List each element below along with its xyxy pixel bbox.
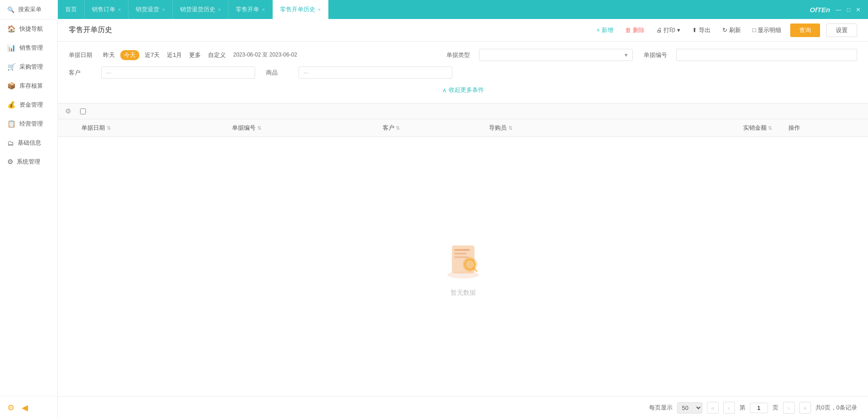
window-maximize-icon[interactable]: □	[847, 6, 850, 13]
date-opt-more[interactable]: 更多	[187, 50, 203, 60]
query-button[interactable]: 查询	[790, 24, 820, 37]
page-header: 零售开单历史 + 新增 🗑 删除 🖨 打印 ▾ ⬆ 导出 ↻ 刷新	[58, 19, 868, 42]
prev-page-button[interactable]: ‹	[723, 402, 735, 414]
page-suffix-label: 页	[773, 404, 778, 412]
sidebar-search[interactable]: 🔍 搜索采单	[0, 0, 57, 19]
tab-retail-open-label: 零售开单	[236, 5, 259, 14]
tab-sales-return-label: 销货退货	[136, 5, 159, 14]
tab-sales-return-history-label: 销货退货历史	[180, 5, 215, 14]
col-action: 操作	[783, 119, 868, 137]
tab-sales-return[interactable]: 销货退货 ×	[128, 0, 172, 19]
tab-sales-return-history-close[interactable]: ×	[218, 7, 221, 12]
date-opt-yesterday[interactable]: 昨天	[101, 50, 117, 60]
sidebar-item-finance[interactable]: 💰 资金管理	[0, 95, 57, 114]
tab-retail-open-close[interactable]: ×	[262, 7, 265, 12]
sidebar-item-inventory[interactable]: 📦 库存核算	[0, 76, 57, 95]
tab-sales-return-close[interactable]: ×	[162, 7, 165, 12]
bill-type-select[interactable]: ▾	[479, 49, 633, 61]
sidebar-label-finance: 资金管理	[19, 101, 43, 109]
sidebar-label-sales-mgmt: 销售管理	[19, 44, 43, 52]
date-opt-custom[interactable]: 自定义	[206, 50, 228, 60]
delete-label: 🗑 删除	[625, 26, 645, 34]
goods-select[interactable]: ···	[299, 66, 452, 79]
new-button[interactable]: + 新增	[594, 24, 616, 36]
svg-rect-3	[454, 253, 467, 254]
svg-rect-2	[454, 249, 470, 251]
sidebar-item-operations[interactable]: 📋 经营管理	[0, 114, 57, 133]
customer-select[interactable]: ···	[101, 66, 255, 79]
new-label: + 新增	[597, 26, 613, 34]
pagination: 每页显示 50 10 20 100 « ‹ 第 页 › » 共0页，0条记录	[58, 396, 868, 419]
tab-sales-return-history[interactable]: 销货退货历史 ×	[173, 0, 228, 19]
bill-no-label: 单据编号	[644, 51, 676, 59]
tab-retail-history[interactable]: 零售开单历史 ×	[273, 0, 328, 19]
print-dropdown-icon[interactable]: ▾	[677, 27, 680, 33]
sidebar: 🔍 搜索采单 🏠 快捷导航 📊 销售管理 🛒 采购管理 📦 库存核算 💰 资金管…	[0, 0, 58, 419]
collapse-sidebar-icon[interactable]: ◀	[22, 403, 28, 413]
bill-type-dropdown-icon: ▾	[625, 52, 628, 58]
refresh-button[interactable]: ↻ 刷新	[720, 24, 744, 36]
date-opt-1month[interactable]: 近1月	[165, 50, 184, 60]
tab-sales-order[interactable]: 销售订单 ×	[85, 0, 128, 19]
sidebar-item-sales-mgmt[interactable]: 📊 销售管理	[0, 38, 57, 57]
settings-bottom-icon[interactable]: ⚙	[7, 403, 14, 413]
tab-retail-open[interactable]: 零售开单 ×	[228, 0, 272, 19]
display-detail-button[interactable]: □ 显示明细	[750, 24, 784, 36]
home-icon: 🏠	[7, 25, 16, 33]
purchase-icon: 🛒	[7, 63, 16, 71]
per-page-select[interactable]: 50 10 20 100	[677, 402, 702, 414]
last-page-button[interactable]: »	[799, 402, 811, 414]
data-table: 单据日期 ⇅ 单据编号 ⇅ 客户 ⇅ 导购员	[58, 119, 868, 137]
page-number-input[interactable]	[750, 403, 768, 413]
tab-sales-order-close[interactable]: ×	[118, 7, 121, 12]
delete-button[interactable]: 🗑 删除	[622, 24, 647, 36]
col-salesperson[interactable]: 导购员 ⇅	[484, 119, 612, 137]
col-date-sort: ⇅	[107, 125, 111, 131]
first-page-button[interactable]: «	[707, 402, 719, 414]
table-wrapper: ⚙ 单据日期 ⇅ 单据编号 ⇅	[58, 104, 868, 396]
filter-area: 单据日期 昨天 今天 近7天 近1月 更多 自定义 2023-06-02 至 2…	[58, 42, 868, 104]
select-all-checkbox[interactable]	[80, 108, 86, 114]
sidebar-label-purchase-mgmt: 采购管理	[19, 63, 43, 71]
window-close-button[interactable]: ✕	[856, 6, 861, 13]
col-customer-label: 客户	[383, 124, 394, 131]
table-toolbar: ⚙	[58, 104, 868, 119]
bill-type-label: 单据类型	[446, 51, 479, 59]
page-title: 零售开单历史	[69, 25, 112, 35]
tab-home[interactable]: 首页	[58, 0, 85, 19]
basic-info-icon: 🗂	[7, 139, 14, 147]
sidebar-item-sys-mgmt[interactable]: ⚙ 系统管理	[0, 152, 57, 171]
col-no[interactable]: 单据编号 ⇅	[227, 119, 377, 137]
col-customer[interactable]: 客户 ⇅	[377, 119, 484, 137]
tab-retail-history-label: 零售开单历史	[280, 5, 315, 14]
main-area: 首页 销售订单 × 销货退货 × 销货退货历史 × 零售开单 × 零售开单历史 …	[58, 0, 868, 419]
brand-label: OfTEn	[810, 6, 830, 14]
table-settings-icon[interactable]: ⚙	[65, 107, 71, 115]
date-opt-today[interactable]: 今天	[120, 50, 139, 60]
sidebar-item-quick-nav[interactable]: 🏠 快捷导航	[0, 19, 57, 38]
collapse-more-button[interactable]: ∧ 收起更多条件	[442, 84, 484, 96]
inventory-icon: 📦	[7, 82, 16, 90]
window-close-icon[interactable]: —	[835, 6, 841, 13]
sidebar-item-purchase-mgmt[interactable]: 🛒 采购管理	[0, 57, 57, 76]
date-opt-7days[interactable]: 近7天	[143, 50, 161, 60]
sidebar-label-quick-nav: 快捷导航	[19, 25, 43, 33]
tab-retail-history-close[interactable]: ×	[318, 7, 321, 12]
sidebar-item-basic-info[interactable]: 🗂 基础信息	[0, 133, 57, 152]
print-button[interactable]: 🖨 打印 ▾	[654, 24, 683, 36]
refresh-label: ↻ 刷新	[722, 26, 741, 34]
col-amount[interactable]: 实销金额 ⇅	[612, 119, 783, 137]
next-page-button[interactable]: ›	[783, 402, 795, 414]
bill-no-input[interactable]	[676, 49, 857, 61]
settings-button[interactable]: 设置	[826, 24, 857, 37]
toolbar: + 新增 🗑 删除 🖨 打印 ▾ ⬆ 导出 ↻ 刷新 □ 显示明细	[594, 24, 857, 37]
export-button[interactable]: ⬆ 导出	[689, 24, 713, 36]
sidebar-label-inventory: 库存核算	[19, 82, 43, 90]
col-date[interactable]: 单据日期 ⇅	[76, 119, 227, 137]
sidebar-bottom: ⚙ ◀	[0, 396, 57, 419]
empty-text: 暂无数据	[451, 289, 476, 297]
col-no-label: 单据编号	[232, 124, 256, 131]
filter-row-collapse: ∧ 收起更多条件	[69, 84, 857, 96]
content-area: 零售开单历史 + 新增 🗑 删除 🖨 打印 ▾ ⬆ 导出 ↻ 刷新	[58, 19, 868, 419]
sidebar-label-basic-info: 基础信息	[18, 139, 41, 147]
